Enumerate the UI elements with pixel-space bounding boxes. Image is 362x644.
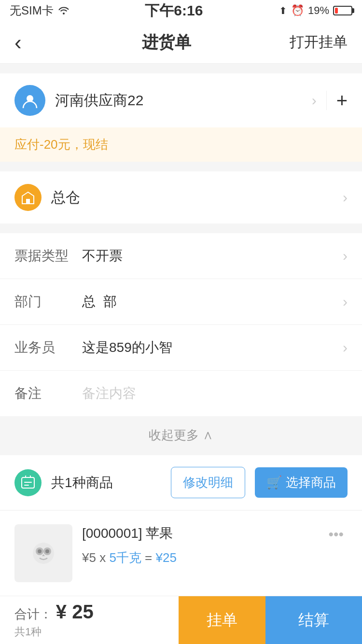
- cart-icon: 🛒: [266, 475, 282, 490]
- vertical-divider: [326, 91, 327, 110]
- hang-button[interactable]: 挂单: [179, 596, 265, 644]
- department-label: 部门: [14, 293, 82, 311]
- remark-row[interactable]: 备注 备注内容: [0, 371, 362, 416]
- total-sub: 共1种: [14, 625, 164, 639]
- checkout-button[interactable]: 结算: [265, 596, 362, 644]
- wifi-icon: [58, 4, 69, 17]
- notice-bar: 应付-20元，现结: [0, 127, 362, 162]
- salesman-chevron-icon: ›: [343, 339, 348, 356]
- status-right: ⬆ ⏰ 19%: [279, 4, 352, 17]
- supplier-chevron-icon: ›: [312, 92, 317, 109]
- salesman-row[interactable]: 业务员 这是859的小智 ›: [0, 325, 362, 371]
- salesman-value: 这是859的小智: [82, 338, 343, 357]
- total-amount: ¥ 25: [56, 601, 94, 622]
- location-icon: ⬆: [279, 5, 287, 16]
- status-left: 无SIM卡: [10, 3, 69, 18]
- ticket-type-value: 不开票: [82, 247, 343, 265]
- total-row: 合计： ¥ 25: [14, 601, 164, 623]
- equals-icon: =: [145, 550, 155, 565]
- supplier-name: 河南供应商22: [55, 91, 312, 111]
- product-name: [0000001] 苹果: [82, 524, 315, 543]
- top-divider: [0, 64, 362, 73]
- remark-label: 备注: [14, 384, 82, 403]
- product-section-icon: [14, 469, 42, 496]
- page-title: 进货单: [142, 31, 191, 54]
- notice-text: 应付-20元，现结: [14, 137, 108, 152]
- product-header: 共1种商品 修改明细 🛒 选择商品: [0, 455, 362, 510]
- department-value: 总 部: [82, 293, 343, 311]
- status-time: 下午6:16: [145, 1, 203, 21]
- select-product-button[interactable]: 🛒 选择商品: [255, 467, 348, 498]
- battery-percent: 19%: [308, 4, 329, 17]
- ticket-type-label: 票据类型: [14, 247, 82, 265]
- total-label: 合计：: [14, 607, 52, 621]
- remark-placeholder: 备注内容: [82, 384, 348, 403]
- alarm-icon: ⏰: [291, 4, 304, 17]
- svg-point-7: [45, 549, 49, 553]
- form-section: 票据类型 不开票 › 部门 总 部 › 业务员 这是859的小智 › 备注 备注…: [0, 233, 362, 416]
- svg-point-6: [38, 549, 42, 553]
- supplier-row[interactable]: 河南供应商22 › +: [0, 73, 362, 127]
- quantity-value: 5千克: [109, 550, 141, 565]
- department-row[interactable]: 部门 总 部 ›: [0, 279, 362, 325]
- product-name-text: 苹果: [146, 526, 173, 541]
- collapse-label: 收起更多 ∧: [149, 428, 213, 442]
- status-bar: 无SIM卡 下午6:16 ⬆ ⏰ 19%: [0, 0, 362, 21]
- svg-point-3: [33, 543, 54, 564]
- product-count: 共1种商品: [51, 474, 161, 492]
- product-thumbnail: [14, 524, 72, 582]
- product-more-button[interactable]: •••: [324, 524, 348, 545]
- supplier-actions: › +: [312, 90, 348, 112]
- add-supplier-button[interactable]: +: [336, 90, 348, 112]
- salesman-label: 业务员: [14, 338, 82, 357]
- product-price: ¥5 x 5千克 = ¥25: [82, 549, 315, 566]
- department-chevron-icon: ›: [343, 294, 348, 310]
- warehouse-name: 总仓: [51, 188, 343, 208]
- back-button[interactable]: ‹: [14, 30, 43, 55]
- battery-icon: [333, 6, 352, 15]
- warehouse-row[interactable]: 总仓 ›: [0, 171, 362, 224]
- supplier-avatar: [14, 85, 45, 116]
- collapse-bar[interactable]: 收起更多 ∧: [0, 416, 362, 454]
- supplier-section: 河南供应商22 › + 应付-20元，现结: [0, 73, 362, 162]
- product-code: [0000001]: [82, 526, 142, 541]
- nav-bar: ‹ 进货单 打开挂单: [0, 21, 362, 64]
- select-product-label: 选择商品: [286, 474, 336, 491]
- ticket-type-row[interactable]: 票据类型 不开票 ›: [0, 233, 362, 279]
- product-item: [0000001] 苹果 ¥5 x 5千克 = ¥25 •••: [0, 511, 362, 596]
- multiply-icon: x: [99, 550, 109, 565]
- warehouse-icon: [14, 184, 42, 211]
- warehouse-chevron-icon: ›: [343, 189, 348, 206]
- svg-rect-1: [26, 199, 30, 204]
- edit-detail-button[interactable]: 修改明细: [171, 467, 245, 498]
- price-unit: ¥5: [82, 550, 96, 565]
- total-section: 合计： ¥ 25 共1种: [0, 596, 179, 644]
- product-info: [0000001] 苹果 ¥5 x 5千克 = ¥25: [82, 524, 315, 566]
- bottom-bar: 合计： ¥ 25 共1种 挂单 结算: [0, 596, 362, 644]
- open-hang-button[interactable]: 打开挂单: [290, 32, 348, 52]
- ticket-type-chevron-icon: ›: [343, 248, 348, 264]
- total-price: ¥25: [156, 550, 177, 565]
- carrier-label: 无SIM卡: [10, 3, 54, 18]
